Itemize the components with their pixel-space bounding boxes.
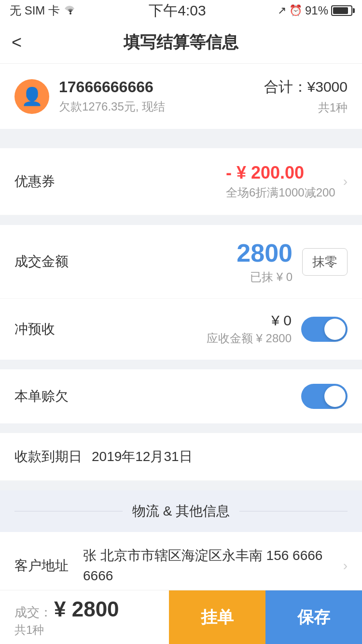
svg-point-0 bbox=[70, 13, 71, 14]
bottom-deal-amount: ¥ 2800 bbox=[54, 597, 119, 621]
prepay-desc: 应收金额 ¥ 2800 bbox=[55, 331, 292, 346]
avatar-icon: 👤 bbox=[21, 86, 43, 107]
section-divider-3 bbox=[0, 360, 362, 369]
chevron-right-icon: › bbox=[343, 174, 348, 189]
hang-button[interactable]: 挂单 bbox=[169, 590, 265, 644]
wifi-icon bbox=[64, 4, 77, 17]
nav-bar: < 填写结算等信息 bbox=[0, 21, 362, 64]
customer-phone: 17666666666 bbox=[59, 78, 165, 96]
bottom-deal-row: 成交： ¥ 2800 bbox=[14, 597, 154, 621]
customer-debt: 欠款1276.35元, 现结 bbox=[59, 99, 165, 114]
address-row[interactable]: 客户地址 张 北京市市辖区海淀区永丰南 156 6666 6666 › bbox=[0, 532, 362, 600]
bottom-bar: 成交： ¥ 2800 共1种 挂单 保存 bbox=[0, 590, 362, 644]
customer-info: 17666666666 欠款1276.35元, 现结 bbox=[59, 78, 165, 114]
save-button[interactable]: 保存 bbox=[265, 590, 362, 644]
battery-icon bbox=[331, 5, 352, 16]
coupon-desc: 全场6折满1000减200 bbox=[226, 185, 335, 200]
back-button[interactable]: < bbox=[12, 32, 22, 53]
credit-toggle-knob bbox=[324, 386, 346, 407]
customer-total: 合计：¥3000 共1种 bbox=[264, 77, 348, 115]
section-divider-1 bbox=[0, 139, 362, 148]
customer-card: 👤 17666666666 欠款1276.35元, 现结 合计：¥3000 共1… bbox=[0, 64, 362, 129]
address-value: 张 北京市市辖区海淀区永丰南 156 6666 6666 bbox=[83, 546, 343, 586]
bottom-deal-label: 成交： bbox=[14, 604, 52, 621]
prepay-toggle[interactable] bbox=[301, 317, 348, 342]
coupon-amount: - ¥ 200.00 bbox=[226, 163, 335, 183]
credit-row: 本单赊欠 bbox=[0, 369, 362, 423]
logistics-title: 物流 & 其他信息 bbox=[123, 502, 239, 520]
coupon-row[interactable]: 优惠券 - ¥ 200.00 全场6折满1000减200 › bbox=[0, 148, 362, 215]
toggle-knob bbox=[324, 319, 346, 340]
due-date-value: 2019年12月31日 bbox=[92, 448, 193, 466]
bottom-summary: 成交： ¥ 2800 共1种 bbox=[0, 597, 169, 638]
round-button[interactable]: 抹零 bbox=[302, 248, 348, 276]
prepay-label: 冲预收 bbox=[14, 320, 55, 338]
avatar: 👤 bbox=[14, 79, 49, 114]
total-amount: 合计：¥3000 bbox=[264, 77, 348, 97]
customer-left: 👤 17666666666 欠款1276.35元, 现结 bbox=[14, 78, 165, 114]
due-date-row: 收款到期日 2019年12月31日 bbox=[0, 433, 362, 481]
status-time: 下午4:03 bbox=[149, 1, 206, 21]
deal-amount-sub: 已抹 ¥ 0 bbox=[237, 269, 292, 285]
status-left: 无 SIM 卡 bbox=[10, 3, 77, 18]
deal-amount-right: 2800 已抹 ¥ 0 抹零 bbox=[237, 238, 348, 285]
prepay-amount: ¥ 0 bbox=[55, 312, 292, 329]
prepay-row: 冲预收 ¥ 0 应收金额 ¥ 2800 bbox=[0, 299, 362, 360]
deal-amount-value: 2800 bbox=[237, 238, 292, 267]
credit-toggle[interactable] bbox=[301, 384, 348, 409]
credit-label: 本单赊欠 bbox=[14, 387, 69, 406]
carrier-text: 无 SIM 卡 bbox=[10, 3, 60, 18]
nav-title: 填写结算等信息 bbox=[124, 31, 238, 54]
content: 👤 17666666666 欠款1276.35元, 现结 合计：¥3000 共1… bbox=[0, 64, 362, 644]
battery-percent: 91% bbox=[305, 4, 328, 17]
coupon-label: 优惠券 bbox=[14, 172, 55, 191]
logistics-section: 物流 & 其他信息 bbox=[0, 490, 362, 532]
deal-amount-row: 成交金额 2800 已抹 ¥ 0 抹零 bbox=[0, 225, 362, 299]
coupon-right: - ¥ 200.00 全场6折满1000减200 › bbox=[226, 163, 348, 200]
prepay-center: ¥ 0 应收金额 ¥ 2800 bbox=[55, 312, 292, 346]
alarm-icon: ⏰ bbox=[289, 4, 302, 17]
bottom-deal-count: 共1种 bbox=[14, 622, 154, 638]
status-right: ↗ ⏰ 91% bbox=[278, 4, 352, 17]
section-divider-2 bbox=[0, 215, 362, 225]
address-label: 客户地址 bbox=[14, 557, 69, 575]
address-chevron-icon: › bbox=[343, 558, 348, 574]
total-count: 共1种 bbox=[264, 100, 348, 115]
gps-icon: ↗ bbox=[278, 4, 286, 17]
deal-amount-label: 成交金额 bbox=[14, 252, 69, 271]
due-date-label: 收款到期日 bbox=[14, 448, 82, 466]
status-bar: 无 SIM 卡 下午4:03 ↗ ⏰ 91% bbox=[0, 0, 362, 21]
